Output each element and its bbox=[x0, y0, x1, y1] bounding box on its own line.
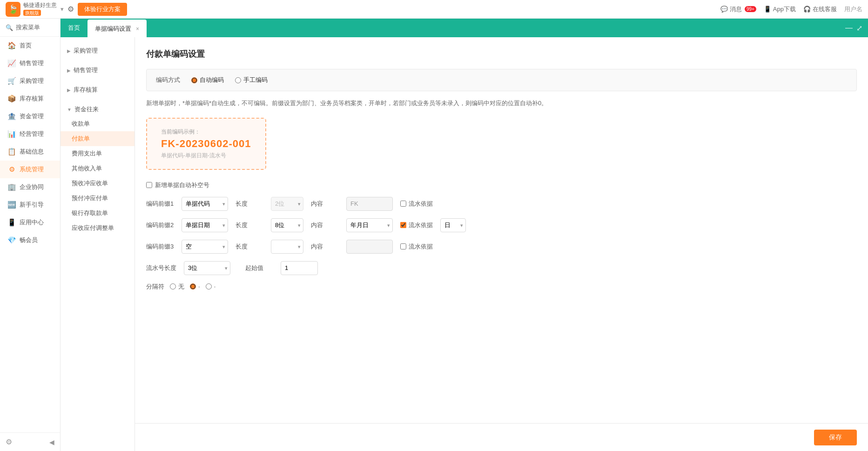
preview-code: FK-20230602-001 bbox=[161, 138, 251, 150]
trial-button[interactable]: 体验行业方案 bbox=[78, 3, 127, 16]
watermark3-checkbox[interactable] bbox=[400, 243, 406, 249]
len1-select[interactable]: 2位 bbox=[271, 197, 303, 211]
sub-sidebar-item-advance-payment[interactable]: 预付冲应付单 bbox=[61, 191, 135, 206]
main-panel: 付款单编码设置 编码方式 自动编码 手工编码 bbox=[135, 37, 868, 451]
topbar-logo: 🍃 畅捷通好生意 旗舰版 bbox=[6, 2, 57, 17]
len2-select[interactable]: 8位 6位 4位 bbox=[271, 218, 303, 232]
sep-dash-radio[interactable]: · bbox=[206, 283, 216, 290]
sidebar-collapse-icon[interactable]: ◀ bbox=[49, 438, 54, 446]
sep-none-input[interactable] bbox=[170, 283, 176, 289]
manual-encoding-input[interactable] bbox=[235, 77, 241, 83]
sidebar-item-vip[interactable]: 💎 畅会员 bbox=[0, 231, 60, 249]
day-select-wrapper[interactable]: 日 月 年 bbox=[440, 218, 466, 232]
app-icon: 📱 bbox=[764, 6, 771, 13]
sidebar-settings-icon[interactable]: ⚙ bbox=[6, 438, 12, 446]
app-download-item[interactable]: 📱 App下载 bbox=[764, 5, 796, 13]
finance-icon: 🏦 bbox=[7, 112, 16, 121]
sidebar-item-enterprise[interactable]: 🏢 企业协同 bbox=[0, 178, 60, 196]
sep-none-radio[interactable]: 无 bbox=[170, 283, 184, 291]
sub-sidebar-group-sales: ▶ 销售管理 bbox=[61, 61, 135, 80]
tab-minimize-icon[interactable]: — bbox=[845, 24, 853, 32]
watermark1-label: 流水依据 bbox=[409, 200, 433, 208]
sep-dot-input[interactable] bbox=[190, 283, 196, 289]
sub-sidebar-item-bank[interactable]: 银行存取款单 bbox=[61, 206, 135, 221]
serial-select[interactable]: 3位 4位 5位 6位 bbox=[184, 261, 230, 275]
len2-select-wrapper[interactable]: 8位 6位 4位 bbox=[271, 218, 303, 232]
user-info[interactable]: 用户名 bbox=[844, 5, 862, 13]
sub-sidebar-item-advance-receipt[interactable]: 预收冲应收单 bbox=[61, 176, 135, 191]
group-title: 销售管理 bbox=[74, 66, 98, 74]
main-layout: 🔍 搜索菜单 🏠 首页 📈 销售管理 🛒 采购管理 📦 库存 bbox=[0, 19, 868, 451]
tab-close-icon[interactable]: × bbox=[136, 26, 139, 32]
basic-icon: 📋 bbox=[7, 148, 16, 156]
prefix2-label: 编码前缀2 bbox=[146, 221, 174, 229]
sub-sidebar-group-sales-title[interactable]: ▶ 销售管理 bbox=[61, 63, 135, 77]
sidebar-item-purchase[interactable]: 🛒 采购管理 bbox=[0, 72, 60, 90]
save-button[interactable]: 保存 bbox=[814, 430, 857, 445]
prefix3-select-wrapper[interactable]: 空 部门 业务员 bbox=[182, 240, 228, 254]
sidebar-item-finance[interactable]: 🏦 资金管理 bbox=[0, 108, 60, 125]
watermark1-checkbox[interactable] bbox=[400, 201, 406, 207]
tab-maximize-icon[interactable]: ⤢ bbox=[856, 24, 862, 33]
tab-home[interactable]: 首页 bbox=[61, 19, 87, 37]
auto-fill-checkbox[interactable] bbox=[146, 182, 152, 188]
sub-sidebar-group-inventory-title[interactable]: ▶ 库存核算 bbox=[61, 83, 135, 97]
online-service-item[interactable]: 🎧 在线客服 bbox=[803, 5, 837, 13]
sidebar-search[interactable]: 🔍 搜索菜单 bbox=[0, 19, 60, 37]
sidebar-item-system[interactable]: ⚙ 系统管理 bbox=[0, 161, 60, 178]
sidebar-item-operation[interactable]: 📊 经营管理 bbox=[0, 125, 60, 143]
topbar-nav: ▾ ⚙ bbox=[61, 5, 74, 13]
prefix1-select[interactable]: 单据代码 部门 业务员 空 bbox=[182, 197, 228, 211]
tab-current[interactable]: 单据编码设置 × bbox=[87, 20, 147, 38]
sidebar-item-appstore[interactable]: 📱 应用中心 bbox=[0, 214, 60, 231]
day-select[interactable]: 日 月 年 bbox=[440, 218, 466, 232]
sub-sidebar-item-adjustment[interactable]: 应收应付调整单 bbox=[61, 221, 135, 236]
settings-icon[interactable]: ⚙ bbox=[67, 5, 74, 13]
sub-sidebar-item-expense[interactable]: 费用支出单 bbox=[61, 146, 135, 161]
sub-sidebar-group-purchase-title[interactable]: ▶ 采购管理 bbox=[61, 44, 135, 58]
sep-dot-radio[interactable]: · bbox=[190, 283, 200, 290]
sidebar-item-guide[interactable]: 🆕 新手引导 bbox=[0, 196, 60, 214]
content3-input[interactable] bbox=[346, 240, 393, 254]
watermark3-label: 流水依据 bbox=[409, 242, 433, 251]
auto-label: 自动编码 bbox=[200, 76, 224, 84]
app-label: App下载 bbox=[773, 5, 796, 13]
logo-icon: 🍃 bbox=[6, 2, 20, 17]
len3-select[interactable] bbox=[271, 240, 303, 254]
preview-desc: 单据代码-单据日期-流水号 bbox=[161, 152, 251, 160]
separator-label: 分隔符 bbox=[146, 283, 164, 291]
sub-sidebar-item-other-income[interactable]: 其他收入单 bbox=[61, 161, 135, 176]
manual-encoding-radio[interactable]: 手工编码 bbox=[235, 76, 268, 84]
sidebar-item-basic[interactable]: 📋 基础信息 bbox=[0, 143, 60, 161]
sidebar-item-home[interactable]: 🏠 首页 bbox=[0, 37, 60, 54]
start-input[interactable] bbox=[281, 261, 318, 275]
auto-encoding-radio[interactable]: 自动编码 bbox=[191, 76, 224, 84]
sidebar-item-inventory[interactable]: 📦 库存核算 bbox=[0, 90, 60, 108]
content2-select[interactable]: 年月日 年月 年 bbox=[346, 218, 393, 232]
nav-arrow-icon[interactable]: ▾ bbox=[61, 6, 64, 13]
auto-encoding-input[interactable] bbox=[191, 77, 197, 83]
len1-select-wrapper[interactable]: 2位 bbox=[271, 197, 303, 211]
content3-label: 内容 bbox=[311, 242, 339, 251]
content2-select-wrapper[interactable]: 年月日 年月 年 bbox=[346, 218, 393, 232]
sidebar-item-label: 畅会员 bbox=[20, 236, 38, 244]
sub-sidebar-item-receipt[interactable]: 收款单 bbox=[61, 116, 135, 131]
sidebar: 🔍 搜索菜单 🏠 首页 📈 销售管理 🛒 采购管理 📦 库存 bbox=[0, 19, 61, 451]
logo-text: 畅捷通好生意 旗舰版 bbox=[23, 2, 57, 16]
prefix2-select-wrapper[interactable]: 单据日期 部门 业务员 空 bbox=[182, 218, 228, 232]
sub-sidebar-group-capital-title[interactable]: ▼ 资金往来 bbox=[61, 102, 135, 116]
sidebar-item-label: 经营管理 bbox=[20, 130, 44, 138]
sub-layout: ▶ 采购管理 ▶ 销售管理 ▶ 库存核算 bbox=[61, 37, 868, 451]
prefix3-select[interactable]: 空 部门 业务员 bbox=[182, 240, 228, 254]
message-item[interactable]: 💬 消息 99+ bbox=[720, 5, 756, 13]
sub-sidebar-item-payment[interactable]: 付款单 bbox=[61, 131, 135, 146]
sep-dash-input[interactable] bbox=[206, 283, 212, 289]
topbar: 🍃 畅捷通好生意 旗舰版 ▾ ⚙ 体验行业方案 💬 消息 99+ 📱 App下载… bbox=[0, 0, 868, 19]
sidebar-item-sales[interactable]: 📈 销售管理 bbox=[0, 54, 60, 72]
serial-select-wrapper[interactable]: 3位 4位 5位 6位 bbox=[184, 261, 230, 275]
prefix2-select[interactable]: 单据日期 部门 业务员 空 bbox=[182, 218, 228, 232]
len3-select-wrapper[interactable] bbox=[271, 240, 303, 254]
watermark2-checkbox[interactable] bbox=[400, 222, 406, 228]
separator-row: 分隔符 无 · · bbox=[146, 283, 857, 291]
prefix1-select-wrapper[interactable]: 单据代码 部门 业务员 空 bbox=[182, 197, 228, 211]
